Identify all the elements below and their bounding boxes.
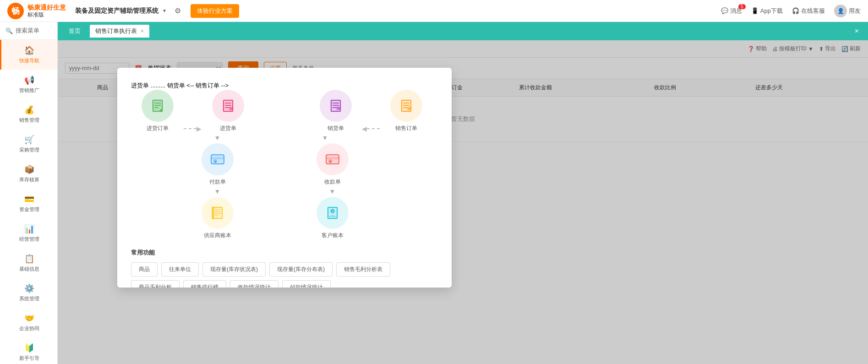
search-menu-label: 搜索菜单 [16,27,39,35]
home-icon: 🏠 [24,45,34,55]
finance-icon: 💳 [24,194,34,204]
purchase-bill-icon [212,90,244,122]
common-functions-title: 常用功能 [131,249,438,257]
node-purchase-bill[interactable]: 进货单 [202,90,254,132]
sidebar-label-inventory: 库存核算 [19,176,39,183]
supplier-ledger-icon [202,197,234,229]
sidebar: 🔍 搜索菜单 🏠 快捷导航 📢 营销推广 💰 销售管理 🛒 采购管理 📦 [0,22,58,364]
node-purchase-order[interactable]: 进货订单 [131,90,184,132]
service-icon: 🎧 [792,7,799,14]
func-btn-sales-rank[interactable]: 销售排行榜 [183,280,226,288]
sidebar-item-finance[interactable]: 💳 资金管理 [0,189,57,218]
purchase-order-label: 进货订单 [147,125,169,132]
sales-order-icon [390,90,422,122]
app-download-button[interactable]: 📱 App下载 [751,7,783,15]
system-icon: ⚙️ [24,283,34,293]
search-menu-button[interactable]: 🔍 搜索菜单 [0,22,57,40]
sidebar-label-basic: 基础信息 [19,266,39,272]
arrow-order-to-salesbill: ◀ [362,125,380,132]
common-functions-grid: 商品 往来单位 现存量(库存状况表) 现存量(库存分布表) 销售毛利分析表 商品… [131,262,438,288]
func-btn-sales-profit-analysis[interactable]: 销售毛利分析表 [336,262,390,277]
tab-bar-close-icon[interactable]: × [849,27,864,35]
tab-home[interactable]: 首页 [61,22,88,40]
brand-sub: 标准版 [27,11,66,19]
node-receipt-bill[interactable]: ¥ 收款单 [306,143,359,186]
node-sales-bill[interactable]: 销货单 [309,90,362,132]
main-area: 🔍 搜索菜单 🏠 快捷导航 📢 营销推广 💰 销售管理 🛒 采购管理 📦 [0,22,868,364]
sidebar-item-inventory[interactable]: 📦 库存核算 [0,159,57,189]
flow-diagram-section: 进货单 ......... 销货单 <-- 销售订单 --> 进货订单 [131,81,438,239]
func-btn-counterpart[interactable]: 往来单位 [161,262,199,277]
trial-button[interactable]: 体验行业方案 [191,4,239,18]
online-service-label: 在线客服 [801,7,825,15]
svg-text:¥: ¥ [329,160,332,164]
customer-ledger-label: 客户账本 [322,232,344,239]
tab-close-icon[interactable]: × [141,28,144,34]
payment-bill-label: 付款单 [209,178,226,186]
supplier-ledger-label: 供应商账本 [204,232,231,239]
func-btn-product[interactable]: 商品 [131,262,158,277]
node-payment-bill[interactable]: ¥ 付款单 [191,143,244,186]
sidebar-label-newbie: 新手引导 [19,355,39,362]
node-customer-ledger[interactable]: 客户账本 [306,197,359,239]
sidebar-label-quick-nav: 快捷导航 [19,57,39,64]
tab-bar: 首页 销售订单执行表 × × [58,22,868,40]
sales-icon: 💰 [24,105,34,115]
func-btn-stock-dist[interactable]: 现存量(库存分布表) [269,262,333,277]
sidebar-item-system[interactable]: ⚙️ 系统管理 [0,278,57,308]
quick-nav-modal: 进货单 ......... 销货单 <-- 销售订单 --> 进货订单 [117,68,452,288]
message-button[interactable]: 💬 消息 5 [721,7,742,15]
sidebar-label-system: 系统管理 [19,295,39,302]
customer-ledger-icon [317,197,349,229]
node-sales-order[interactable]: 销售订单 [380,90,432,132]
sidebar-label-purchase: 采购管理 [19,147,39,153]
sidebar-item-quick-nav[interactable]: 🏠 快捷导航 [0,40,57,70]
sidebar-item-newbie[interactable]: 🔰 新手引导 [0,337,57,364]
svg-rect-17 [337,107,340,110]
func-btn-receipt-stats[interactable]: 收款情况统计 [230,280,278,288]
svg-rect-12 [330,99,341,112]
sidebar-item-operation[interactable]: 📊 经营管理 [0,218,57,248]
sidebar-item-marketing[interactable]: 📢 营销推广 [0,70,57,99]
down-arrows-row: ▼ ▼ [131,134,438,141]
sidebar-item-basic[interactable]: 📋 基础信息 [0,248,57,278]
message-icon: 💬 [721,7,728,14]
online-service-button[interactable]: 🎧 在线客服 [792,7,825,15]
svg-rect-6 [223,99,234,112]
sidebar-item-collab[interactable]: 🤝 企业协同 [0,308,57,337]
svg-rect-40 [212,206,214,219]
sidebar-label-sales: 销售管理 [19,117,39,124]
bottom-row: 供应商账本 客户账本 [131,197,438,239]
avatar: 👤 [834,5,847,17]
collab-icon: 🤝 [24,313,34,323]
payment-bill-icon: ¥ [202,143,234,175]
func-btn-stock-status[interactable]: 现存量(库存状况表) [202,262,266,277]
down-arrow-payment: ▼ [214,188,221,195]
middle-row: ¥ 付款单 ¥ [131,143,438,186]
func-btn-payment-stats[interactable]: 付款情况统计 [282,280,331,288]
message-badge: 5 [738,4,746,9]
tab-sales-order-exec[interactable]: 销售订单执行表 × [90,25,149,38]
operation-icon: 📊 [24,224,34,234]
gear-button[interactable]: ⚙ [170,4,185,18]
system-dropdown[interactable]: ▼ [162,8,167,13]
app-download-label: App下载 [760,7,783,15]
sidebar-item-sales[interactable]: 💰 销售管理 [0,99,57,129]
sidebar-item-purchase[interactable]: 🛒 采购管理 [0,129,57,159]
node-supplier-ledger[interactable]: 供应商账本 [191,197,244,239]
svg-rect-26 [211,157,224,159]
inventory-icon: 📦 [24,164,34,174]
down-arrow-purchase-bill: ▼ [214,134,221,141]
down-arrows-row2: ▼ ▼ [131,188,438,195]
sidebar-label-marketing: 营销推广 [19,87,39,94]
tab-label-sales-order-exec: 销售订单执行表 [95,27,137,35]
func-btn-product-profit[interactable]: 商品毛利分析 [131,280,180,288]
purchase-order-icon [142,90,174,122]
receipt-bill-icon: ¥ [317,143,349,175]
down-arrow-receipt: ▼ [329,188,336,195]
svg-rect-31 [326,157,339,159]
sales-order-label: 销售订单 [395,125,417,132]
user-menu[interactable]: 👤 用友 [834,5,861,17]
user-label: 用友 [849,7,861,15]
svg-text:¥: ¥ [214,160,217,164]
